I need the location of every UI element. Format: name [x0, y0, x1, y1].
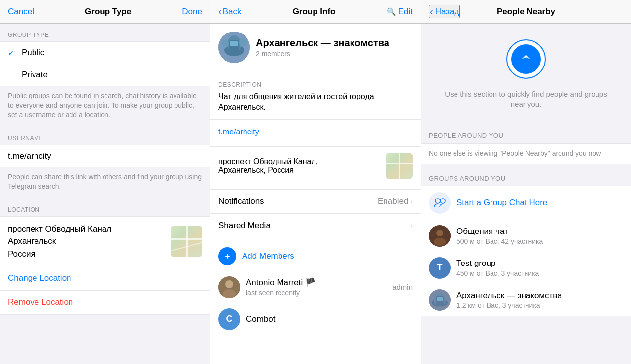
- back-chevron-icon: ‹: [218, 6, 222, 17]
- location-icon-inner: [511, 44, 541, 74]
- group-avatar: [218, 32, 250, 63]
- add-member-icon: [218, 247, 236, 265]
- nav-bar-panel2: ‹ Back Group Info 🔍 Edit: [210, 0, 421, 24]
- shared-media-label: Shared Media: [218, 221, 271, 231]
- no-one-text: No one else is viewing "People Nearby" a…: [429, 149, 601, 157]
- back-button-panel3[interactable]: ‹ Назад: [429, 5, 460, 18]
- location-row: проспект Обводный Канал,Архангельск, Рос…: [210, 146, 421, 185]
- notifications-row[interactable]: Notifications Enabled ›: [210, 189, 421, 213]
- chevron-icon-2: ›: [410, 222, 413, 230]
- people-nearby-description: Use this section to quickly find people …: [421, 89, 631, 121]
- group-members: 2 members: [256, 50, 389, 58]
- group-header: Архангельск — знакомства 2 members: [210, 24, 421, 71]
- nav-bar-panel3: ‹ Назад People Nearby: [421, 0, 631, 24]
- add-members-label: Add Members: [242, 251, 294, 261]
- svg-point-5: [239, 37, 247, 47]
- start-group-icon: [429, 192, 451, 214]
- edit-label: Edit: [398, 7, 413, 17]
- description-label: DESCRIPTION: [218, 81, 413, 88]
- member-status-0: last seen recently: [246, 289, 392, 297]
- back-label-panel3: Назад: [435, 7, 459, 17]
- back-label-panel2: Back: [223, 7, 242, 17]
- groups-around-header: GROUPS AROUND YOU: [421, 168, 631, 186]
- description-text: Чат для общения жителей и гостей города …: [218, 91, 413, 113]
- checkmark-placeholder: ✓: [8, 70, 18, 80]
- member-row-1[interactable]: C Combot: [210, 303, 421, 335]
- username-info-text: People can share this link with others a…: [0, 167, 210, 199]
- svg-rect-4: [230, 41, 238, 46]
- panel-group-info: ‹ Back Group Info 🔍 Edit: [210, 0, 421, 364]
- nearby-group-avatar-1: T: [429, 257, 451, 279]
- description-link[interactable]: t.me/arhcity: [218, 124, 413, 140]
- description-block: DESCRIPTION Чат для общения жителей и го…: [210, 75, 421, 119]
- private-option[interactable]: ✓ Private: [0, 64, 210, 86]
- svg-point-11: [435, 199, 440, 203]
- location-address: проспект Обводный Канал,Архангельск, Рос…: [218, 157, 318, 175]
- edit-button[interactable]: 🔍 Edit: [387, 7, 413, 17]
- member-info-0: Antonio Marreti 🏴 last seen recently: [246, 277, 392, 297]
- member-name-0: Antonio Marreti 🏴: [246, 277, 392, 288]
- done-button[interactable]: Done: [182, 7, 202, 17]
- username-field[interactable]: t.me/arhcity: [0, 145, 210, 167]
- group-name: Архангельск — знакомства: [256, 37, 389, 49]
- svg-rect-20: [437, 297, 443, 301]
- svg-point-6: [222, 39, 229, 48]
- location-text: проспект Обводный КаналАрхангельскРоссия: [8, 223, 111, 261]
- nearby-group-sub-1: 450 м от Вас, 3 участника: [456, 269, 623, 277]
- groups-around-section: GROUPS AROUND YOU Start a Group Chat Her…: [421, 168, 631, 316]
- member-info-1: Combot: [246, 314, 413, 324]
- location-block: проспект Обводный КаналАрхангельскРоссия: [0, 216, 210, 267]
- nav-title-panel3: People Nearby: [497, 7, 555, 17]
- checkmark-icon: ✓: [8, 48, 18, 58]
- nav-title-panel1: Group Type: [85, 7, 131, 17]
- nav-bar-panel1: Cancel Group Type Done: [0, 0, 210, 24]
- nearby-group-1[interactable]: T Test group 450 м от Вас, 3 участника: [421, 252, 631, 284]
- svg-point-12: [440, 199, 445, 203]
- location-icon: [506, 39, 546, 79]
- shared-media-row[interactable]: Shared Media ›: [210, 213, 421, 237]
- nav-title-panel2: Group Info: [293, 7, 336, 17]
- notifications-value: Enabled ›: [378, 197, 413, 206]
- location-map-small: [386, 153, 413, 179]
- nearby-group-0[interactable]: Общения чат 500 м от Вас, 42 участника: [421, 220, 631, 252]
- nearby-group-name-0: Общения чат: [456, 227, 623, 236]
- nearby-group-name-2: Архангельск — знакомства: [456, 291, 623, 300]
- nearby-group-name-1: Test group: [456, 259, 623, 268]
- member-row-0[interactable]: Antonio Marreti 🏴 last seen recently adm…: [210, 271, 421, 303]
- svg-point-14: [436, 230, 443, 236]
- private-label: Private: [22, 70, 48, 80]
- panel-people-nearby: ‹ Назад People Nearby Use this section t…: [421, 0, 631, 364]
- nearby-group-sub-0: 500 м от Вас, 42 участника: [456, 237, 623, 245]
- member-name-1: Combot: [246, 314, 413, 324]
- group-type-section-header: GROUP TYPE: [0, 24, 210, 41]
- public-info-text: Public groups can be found in search, ch…: [0, 86, 210, 127]
- change-location-button[interactable]: Change Location: [0, 266, 210, 291]
- people-around-section: PEOPLE AROUND YOU No one else is viewing…: [421, 125, 631, 164]
- nearby-group-info-2: Архангельск — знакомства 1,2 км от Вас, …: [456, 291, 623, 309]
- svg-point-10: [223, 289, 236, 298]
- nearby-group-avatar-2: [429, 289, 451, 311]
- remove-location-button[interactable]: Remove Location: [0, 291, 210, 315]
- nearby-group-2[interactable]: Архангельск — знакомства 1,2 км от Вас, …: [421, 284, 631, 316]
- public-option[interactable]: ✓ Public: [0, 42, 210, 64]
- notifications-label: Notifications: [218, 197, 264, 206]
- svg-point-9: [225, 280, 233, 288]
- chevron-icon: ›: [410, 198, 413, 205]
- start-group-row[interactable]: Start a Group Chat Here: [421, 186, 631, 220]
- nearby-group-info-1: Test group 450 м от Вас, 3 участника: [456, 259, 623, 277]
- member-avatar-1: C: [218, 308, 240, 330]
- member-role-0: admin: [392, 283, 413, 291]
- svg-point-15: [434, 238, 446, 246]
- add-members-row[interactable]: Add Members: [210, 241, 421, 271]
- people-around-header: PEOPLE AROUND YOU: [421, 125, 631, 143]
- location-map-thumbnail: [171, 226, 202, 257]
- panel-group-type: Cancel Group Type Done GROUP TYPE ✓ Publ…: [0, 0, 210, 364]
- back-button-panel2[interactable]: ‹ Back: [218, 6, 241, 17]
- cancel-button[interactable]: Cancel: [8, 7, 34, 17]
- shared-media-chevron: ›: [410, 222, 413, 230]
- public-label: Public: [22, 48, 44, 58]
- member-avatar-0: [218, 276, 240, 298]
- start-group-label: Start a Group Chat Here: [456, 198, 547, 208]
- username-section-header: USERNAME: [0, 127, 210, 145]
- location-promo-section: Use this section to quickly find people …: [421, 39, 631, 125]
